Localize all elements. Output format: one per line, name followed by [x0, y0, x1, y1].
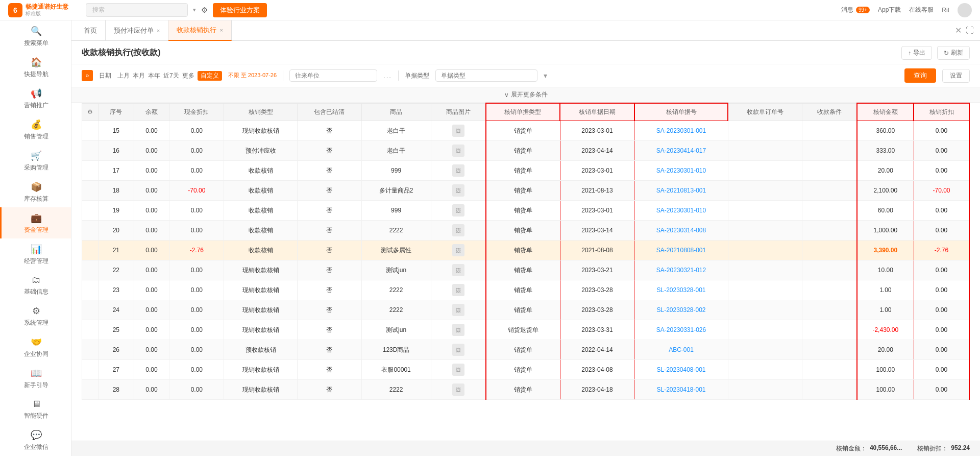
td-goods: 999	[361, 201, 431, 221]
sidebar-item-search-menu[interactable]: 🔍 搜索菜单	[0, 20, 71, 52]
table-row: 16 0.00 0.00 预付冲应收 否 老白干 🖼 销货单 2023-04-1…	[82, 141, 970, 161]
tab-home[interactable]: 首页	[76, 20, 106, 41]
sidebar-label-wechat: 企业微信	[24, 443, 48, 451]
td-bill-no[interactable]: SA-20230301-010	[634, 161, 728, 181]
td-bill-no[interactable]: SL-20230328-002	[634, 300, 728, 320]
td-icon	[82, 201, 99, 221]
refresh-button[interactable]: ↻ 刷新	[937, 46, 970, 60]
query-button[interactable]: 查询	[904, 68, 936, 83]
message-link[interactable]: 消息 99+	[841, 6, 870, 14]
sidebar-label-quick-nav: 快捷导航	[24, 70, 48, 79]
bill-no-link[interactable]: SA-20230414-017	[656, 147, 706, 154]
date-this-month[interactable]: 本月	[133, 71, 145, 80]
bill-no-link[interactable]: SL-20230328-002	[656, 306, 705, 314]
expand-more-conditions[interactable]: ∨ 展开更多条件	[71, 87, 980, 103]
top-search-box[interactable]: 搜索	[86, 3, 188, 17]
td-bill-no[interactable]: SA-20230331-026	[634, 320, 728, 340]
td-bill-date: 2023-03-14	[560, 221, 634, 241]
logo: 6 畅捷通谱好生意 标准版	[8, 3, 80, 17]
table-row: 28 0.00 0.00 现销收款核销 否 2222 🖼 销货单 2023-04…	[82, 380, 970, 400]
date-custom[interactable]: 自定义	[198, 71, 222, 81]
td-included: 否	[298, 360, 361, 380]
tab-prepay-close[interactable]: ×	[157, 28, 160, 34]
bill-no-link[interactable]: SA-20230314-008	[656, 227, 706, 234]
td-receipt-condition	[802, 121, 857, 141]
filter-collapse-button[interactable]: »	[82, 70, 93, 81]
td-balance: 0.00	[134, 141, 169, 161]
td-bill-no[interactable]: SA-20210813-001	[634, 181, 728, 201]
expand-text: ∨ 展开更多条件	[504, 90, 548, 99]
date-this-year[interactable]: 本年	[148, 71, 160, 80]
sidebar-item-base-info[interactable]: 🗂 基础信息	[0, 270, 71, 300]
app-download-link[interactable]: App下载	[878, 6, 901, 14]
table-row: 27 0.00 0.00 现销收款核销 否 衣服00001 🖼 销货单 2023…	[82, 360, 970, 380]
bill-no-link[interactable]: SL-20230328-001	[656, 286, 705, 294]
tab-close-all-button[interactable]: ✕	[953, 23, 964, 37]
td-bill-no[interactable]: ABC-001	[634, 340, 728, 360]
th-verify-discount: 核销折扣	[914, 103, 969, 121]
filter-settings-button[interactable]: 设置	[942, 69, 970, 83]
sidebar-item-inventory[interactable]: 📦 库存核算	[0, 176, 71, 207]
td-bill-type: 销货退货单	[486, 320, 560, 340]
date-last-7-days[interactable]: 近7天	[163, 71, 179, 80]
td-bill-no[interactable]: SL-20230328-001	[634, 280, 728, 300]
main-layout: 🔍 搜索菜单 🏠 快捷导航 📢 营销推广 💰 销售管理 🛒 采购管理 📦 库存核…	[0, 20, 980, 456]
td-bill-no[interactable]: SL-20230408-001	[634, 360, 728, 380]
export-button[interactable]: ↑ 导出	[901, 46, 932, 60]
tab-receipt-verify-close[interactable]: ×	[219, 27, 223, 33]
tab-receipt-verify[interactable]: 收款核销执行 ×	[168, 20, 231, 41]
date-last-month[interactable]: 上月	[117, 71, 130, 80]
th-verify-type: 核销类型	[224, 103, 298, 121]
td-verify-amount: 1,000.00	[857, 221, 914, 241]
td-bill-no[interactable]: SA-20230301-010	[634, 201, 728, 221]
sidebar-item-sales[interactable]: 💰 销售管理	[0, 114, 71, 145]
td-balance: 0.00	[134, 320, 169, 340]
settings-icon[interactable]: ⚙	[201, 6, 208, 15]
td-verify-discount: 0.00	[914, 201, 969, 221]
bill-no-link[interactable]: SA-20230301-010	[656, 167, 706, 174]
td-verify-amount: 3,390.00	[857, 241, 914, 260]
sidebar-item-sys-mgmt[interactable]: ⚙ 系统管理	[0, 300, 71, 331]
td-bill-no[interactable]: SA-20230314-008	[634, 221, 728, 241]
message-label: 消息	[841, 6, 853, 13]
table-row: 23 0.00 0.00 现销收款核销 否 2222 🖼 销货单 2023-03…	[82, 280, 970, 300]
bill-no-link[interactable]: SA-20230321-012	[656, 267, 706, 274]
bill-no-link[interactable]: SA-20230301-001	[656, 127, 706, 134]
td-bill-no[interactable]: SL-20230418-001	[634, 380, 728, 400]
partner-input[interactable]	[289, 69, 377, 82]
sidebar-item-business[interactable]: 📊 经营管理	[0, 238, 71, 270]
date-more[interactable]: 更多	[182, 71, 194, 80]
sidebar-item-new-guide[interactable]: 📖 新手引导	[0, 363, 71, 394]
td-bill-no[interactable]: SA-20230414-017	[634, 141, 728, 161]
td-receipt-order-no	[728, 360, 802, 380]
td-seq: 21	[99, 241, 134, 260]
bill-no-link[interactable]: SA-20210808-001	[656, 247, 706, 254]
sidebar-item-purchase[interactable]: 🛒 采购管理	[0, 145, 71, 176]
bill-no-link[interactable]: SL-20230408-001	[656, 366, 705, 373]
tab-prepay[interactable]: 预付冲应付单 ×	[106, 20, 168, 41]
bill-no-link[interactable]: SA-20230301-010	[656, 207, 706, 214]
th-icon[interactable]: ⚙	[82, 103, 99, 121]
td-bill-no[interactable]: SA-20230301-001	[634, 121, 728, 141]
bill-type-dropdown-icon[interactable]: ▾	[544, 71, 547, 80]
solution-button[interactable]: 体验行业方案	[213, 3, 267, 17]
bill-type-input[interactable]	[435, 69, 537, 82]
bill-no-link[interactable]: SA-20210813-001	[656, 187, 706, 194]
user-avatar[interactable]	[958, 3, 972, 17]
bill-no-link[interactable]: SL-20230418-001	[656, 386, 705, 393]
td-receipt-order-no	[728, 340, 802, 360]
bill-no-link[interactable]: SA-20230331-026	[656, 326, 706, 333]
td-bill-no[interactable]: SA-20210808-001	[634, 241, 728, 260]
sidebar-item-quick-nav[interactable]: 🏠 快捷导航	[0, 52, 71, 83]
sidebar-item-smart-hw[interactable]: 🖥 智能硬件	[0, 394, 71, 424]
dropdown-icon[interactable]: ▾	[193, 7, 196, 13]
tab-expand-button[interactable]: ⛶	[964, 24, 976, 37]
sidebar-item-marketing[interactable]: 📢 营销推广	[0, 83, 71, 114]
bill-no-link[interactable]: ABC-001	[669, 346, 694, 353]
sidebar-item-wechat[interactable]: 💬 企业微信	[0, 424, 71, 455]
sidebar-item-corp-collab[interactable]: 🤝 企业协同	[0, 331, 71, 363]
message-badge: 99+	[856, 7, 870, 13]
online-service-link[interactable]: 在线客服	[909, 6, 934, 14]
td-bill-no[interactable]: SA-20230321-012	[634, 260, 728, 280]
sidebar-item-finance[interactable]: 💼 资金管理	[0, 207, 71, 238]
